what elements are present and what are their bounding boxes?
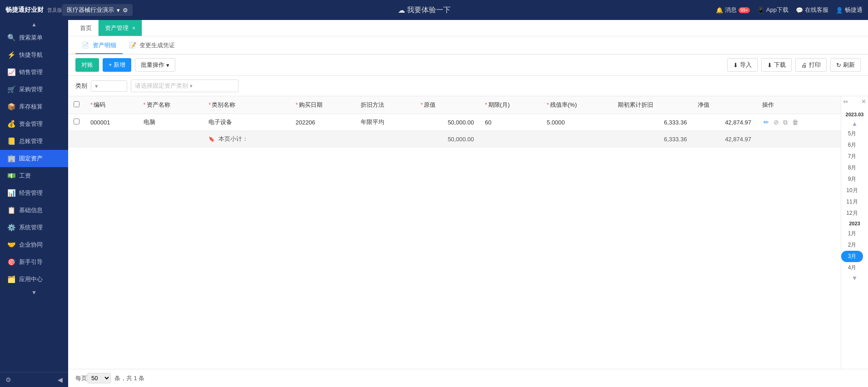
tab-change-voucher[interactable]: 📝 变更生成凭证 — [123, 38, 182, 54]
month-item-6[interactable]: 6月 — [841, 139, 863, 151]
refresh-button[interactable]: ↻ 刷新 — [830, 58, 861, 72]
tab-home[interactable]: 首页 — [74, 20, 99, 36]
sidebar-item-inventory[interactable]: 📦 库存核算 — [0, 98, 68, 115]
toolbar: 对账 + 新增 批量操作 ▾ ⬇ 导入 ⬇ 下载 🖨 打印 — [68, 55, 868, 76]
month-item-3-active[interactable]: 3月 — [841, 251, 863, 262]
per-page-select[interactable]: 10 20 50 100 — [87, 373, 111, 383]
sidebar-item-quick-nav[interactable]: ⚡ 快捷导航 — [0, 46, 68, 64]
cell-residual-rate: 5.0000 — [541, 114, 612, 131]
salary-icon: 💵 — [7, 172, 15, 180]
right-panel-close-icon[interactable]: ✕ — [861, 98, 866, 105]
online-service-btn[interactable]: 💬 在线客服 — [796, 6, 828, 14]
notification-btn[interactable]: 🔔 消息 99+ — [716, 6, 750, 14]
user-menu[interactable]: 👤 畅捷通 — [836, 6, 863, 14]
lightning-icon: ⚡ — [7, 51, 15, 59]
select-all-checkbox[interactable] — [74, 101, 79, 107]
box-icon: 📦 — [7, 103, 15, 111]
disable-icon[interactable]: ⊘ — [774, 119, 779, 126]
batch-ops-button[interactable]: 批量操作 ▾ — [135, 58, 175, 72]
print-icon: 🖨 — [801, 62, 807, 69]
th-period: *期限(月) — [479, 96, 541, 114]
company-dropdown-icon: ▾ — [117, 7, 120, 14]
topbar-left: 畅捷通好业财 普及版 — [5, 6, 62, 14]
sidebar-item-sales[interactable]: 📈 销售管理 — [0, 64, 68, 81]
sidebar-item-fixed-assets[interactable]: 🏢 固定资产 — [0, 150, 68, 167]
sidebar-item-enterprise[interactable]: 🤝 企业协同 — [0, 236, 68, 253]
experience-btn[interactable]: ☁ 我要体验一下 — [398, 5, 451, 15]
tab-asset-detail[interactable]: 📄 资产明细 — [75, 38, 123, 54]
month-item-5[interactable]: 5月 — [841, 128, 863, 139]
cell-net-value: 42,874.97 — [692, 114, 757, 131]
filter-category-select[interactable]: ▾ — [91, 80, 127, 92]
subtotal-net-value: 42,874.97 — [692, 131, 757, 148]
filter-category-input[interactable]: 请选择固定资产类别 ▾ — [131, 79, 238, 92]
sidebar-item-operations[interactable]: 📊 经营管理 — [0, 184, 68, 202]
month-item-8[interactable]: 8月 — [841, 162, 863, 174]
download-icon: ⬇ — [767, 62, 772, 69]
tab-icon-voucher: 📝 — [129, 42, 136, 49]
main-layout: ▲ 🔍 搜索菜单 ⚡ 快捷导航 📈 销售管理 🛒 采购管理 📦 库存核算 💰 资… — [0, 20, 868, 387]
sidebar-item-ledger[interactable]: 📒 总账管理 — [0, 133, 68, 150]
table-row: 000001 电脑 电子设备 202206 年限平均 50,000.00 60 … — [68, 114, 841, 131]
edit-icon[interactable]: ✏ — [764, 119, 769, 126]
sidebar-item-search[interactable]: 🔍 搜索菜单 — [0, 29, 68, 46]
month-scroll-up[interactable]: ▲ — [841, 119, 868, 128]
sidebar-item-label: 固定资产 — [19, 154, 43, 163]
sidebar-item-basic-info[interactable]: 📋 基础信息 — [0, 202, 68, 219]
month-item-7[interactable]: 7月 — [841, 151, 863, 162]
settings-bottom-icon[interactable]: ⚙ — [5, 376, 11, 383]
month-item-1[interactable]: 1月 — [841, 228, 863, 239]
settings-icon[interactable]: ⚙ — [123, 7, 128, 14]
app-download-btn[interactable]: 📱 App下载 — [757, 6, 789, 14]
new-button[interactable]: + 新增 — [103, 58, 131, 72]
tab-close-icon[interactable]: × — [132, 25, 135, 31]
sidebar-item-fund[interactable]: 💰 资金管理 — [0, 115, 68, 133]
chart-icon: 📈 — [7, 68, 15, 76]
import-icon: ⬇ — [733, 62, 738, 69]
month-item-10[interactable]: 10月 — [841, 185, 863, 196]
sidebar-item-purchase[interactable]: 🛒 采购管理 — [0, 81, 68, 98]
th-accumulated-depreciation: 期初累计折旧 — [612, 96, 692, 114]
subtotal-label: 🔖 本页小计： — [203, 131, 290, 148]
sidebar-item-label: 快捷导航 — [19, 51, 43, 59]
tab-icon-detail: 📄 — [82, 42, 89, 49]
print-button[interactable]: 🖨 打印 — [795, 58, 827, 72]
sidebar-item-label: 总账管理 — [19, 137, 43, 145]
filter-category-placeholder: 请选择固定资产类别 — [135, 82, 188, 90]
th-actions: 操作 — [757, 96, 841, 114]
sidebar: ▲ 🔍 搜索菜单 ⚡ 快捷导航 📈 销售管理 🛒 采购管理 📦 库存核算 💰 资… — [0, 20, 68, 387]
th-residual-rate: *残值率(%) — [541, 96, 612, 114]
month-item-12[interactable]: 12月 — [841, 208, 863, 219]
sidebar-item-salary[interactable]: 💵 工资 — [0, 167, 68, 184]
tab-asset-management[interactable]: 资产管理 × — [99, 20, 142, 36]
sidebar-item-guide[interactable]: 🎯 新手引导 — [0, 253, 68, 271]
search-icon: 🔍 — [7, 34, 15, 42]
row-checkbox[interactable] — [74, 119, 79, 124]
sidebar-item-app-center[interactable]: 🗂️ 应用中心 — [0, 271, 68, 288]
month-item-4[interactable]: 4月 — [841, 262, 863, 273]
cell-depreciation-method: 年限平均 — [355, 114, 415, 131]
table-container: *编码 *资产名称 *类别名称 *购买日期 折旧方法 *原值 *期限(月) *残… — [68, 96, 841, 369]
subtotal-empty-4 — [290, 131, 356, 148]
import-button[interactable]: ⬇ 导入 — [727, 58, 758, 72]
reconcile-button[interactable]: 对账 — [75, 58, 99, 72]
company-selector[interactable]: 医疗器械行业演示 ▾ ⚙ — [62, 4, 133, 16]
delete-icon[interactable]: 🗑 — [792, 119, 799, 126]
system-icon: ⚙️ — [7, 223, 15, 232]
sidebar-item-system[interactable]: ⚙️ 系统管理 — [0, 219, 68, 236]
copy-icon[interactable]: ⧉ — [783, 119, 788, 126]
right-panel-expand-icon[interactable]: ⇔ — [843, 98, 848, 105]
cell-period: 60 — [479, 114, 541, 131]
month-item-2[interactable]: 2月 — [841, 239, 863, 251]
download-button[interactable]: ⬇ 下载 — [761, 58, 792, 72]
month-item-11[interactable]: 11月 — [841, 196, 863, 208]
month-item-9[interactable]: 9月 — [841, 174, 863, 185]
batch-ops-chevron-icon: ▾ — [166, 62, 169, 69]
sidebar-scroll-up[interactable]: ▲ — [0, 20, 68, 29]
sidebar-scroll-down[interactable]: ▼ — [0, 288, 68, 297]
table-right-wrapper: *编码 *资产名称 *类别名称 *购买日期 折旧方法 *原值 *期限(月) *残… — [68, 96, 868, 369]
download-icon: 📱 — [757, 7, 764, 14]
subtotal-empty-1 — [68, 131, 85, 148]
month-scroll-down[interactable]: ▼ — [841, 273, 868, 283]
collapse-icon[interactable]: ◀ — [58, 376, 63, 383]
